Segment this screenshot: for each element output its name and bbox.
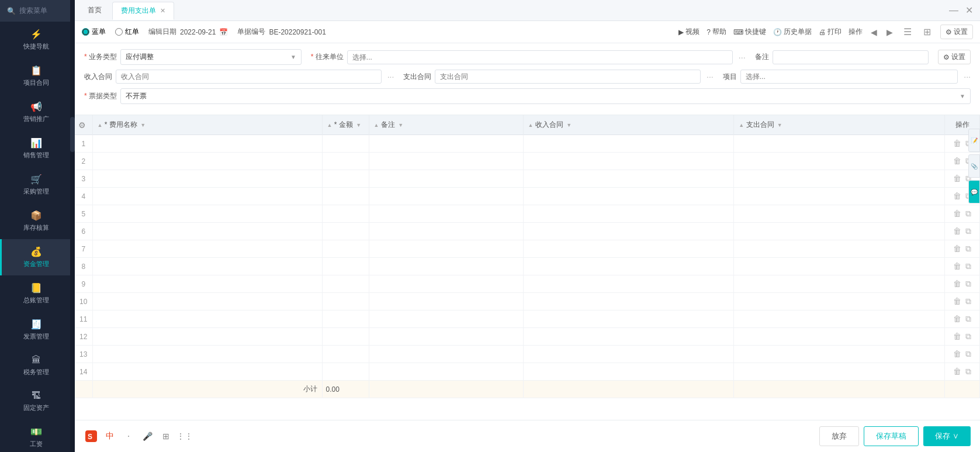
cell-income-contract[interactable] [523,135,734,153]
footer-mic-icon[interactable]: 🎤 [140,429,154,443]
cell-income-contract[interactable] [523,153,734,170]
cell-expense-contract[interactable] [734,188,945,205]
cell-amount[interactable] [322,310,369,328]
counterpart-more-icon[interactable]: ··· [739,53,746,62]
cell-expense-name[interactable] [92,223,322,240]
cell-income-contract[interactable] [523,293,734,310]
cell-expense-contract[interactable] [734,135,945,153]
cell-note[interactable] [369,363,523,381]
invoice-type-select[interactable]: 不开票 ▼ [120,88,971,104]
cell-expense-contract[interactable] [734,363,945,381]
amount-sort-up-icon[interactable]: ▲ [327,122,333,128]
project-input[interactable] [740,70,958,84]
cell-amount[interactable] [322,205,369,223]
cell-expense-name[interactable] [92,293,322,310]
cell-amount[interactable] [322,328,369,346]
cell-income-contract[interactable] [523,205,734,223]
footer-table-icon[interactable]: ⊞ [159,429,173,443]
cell-expense-name[interactable] [92,346,322,363]
note-input[interactable] [773,50,929,64]
sidebar-item-tax[interactable]: 🏛 税务管理 [0,348,70,384]
cell-note[interactable] [369,223,523,240]
cell-expense-contract[interactable] [734,346,945,363]
table-gear-icon[interactable]: ⚙ [78,120,86,130]
note-sort-down-icon[interactable]: ▼ [398,122,403,128]
delete-row-icon[interactable]: 🗑 [953,156,961,165]
copy-row-icon[interactable]: ⧉ [965,332,971,341]
nav-next-icon[interactable]: ▶ [885,27,894,37]
cell-amount[interactable] [322,153,369,170]
shortcut-button[interactable]: ⌨ 快捷键 [733,27,766,37]
expense-sort-up-icon[interactable]: ▲ [739,122,744,128]
cell-income-contract[interactable] [523,170,734,188]
cell-note[interactable] [369,153,523,170]
cell-expense-name[interactable] [92,275,322,293]
window-close-button[interactable]: ✕ [963,5,975,16]
delete-row-icon[interactable]: 🗑 [953,174,961,183]
income-contract-input[interactable] [116,70,382,84]
cell-expense-name[interactable] [92,170,322,188]
cell-amount[interactable] [322,223,369,240]
edge-tab-msg[interactable]: 💬 [968,180,980,203]
copy-row-icon[interactable]: ⧉ [965,314,971,323]
cell-expense-contract[interactable] [734,310,945,328]
expense-contract-input[interactable] [435,70,701,84]
delete-row-icon[interactable]: 🗑 [953,279,961,288]
sidebar-item-project-contract[interactable]: 📋 项目合同 [0,58,70,94]
copy-row-icon[interactable]: ⧉ [965,279,971,288]
footer-zhong-icon[interactable]: 中 [103,429,117,443]
income-sort-down-icon[interactable]: ▼ [566,122,572,128]
cell-income-contract[interactable] [523,223,734,240]
copy-row-icon[interactable]: ⧉ [965,261,971,271]
sidebar-item-payroll[interactable]: 💵 工资 [0,419,70,452]
cell-note[interactable] [369,293,523,310]
history-button[interactable]: 🕐 历史单据 [773,27,812,37]
delete-row-icon[interactable]: 🗑 [953,261,961,271]
cell-note[interactable] [369,258,523,275]
delete-row-icon[interactable]: 🗑 [953,367,961,376]
cell-expense-contract[interactable] [734,205,945,223]
cell-expense-name[interactable] [92,153,322,170]
sidebar-item-capital[interactable]: 💰 资金管理 [0,239,70,275]
th-gear[interactable]: ⚙ [75,115,92,135]
window-minimize-button[interactable]: — [947,5,961,16]
cell-amount[interactable] [322,275,369,293]
sidebar-search[interactable]: 🔍 搜索菜单 [0,0,70,22]
cell-income-contract[interactable] [523,240,734,258]
cell-expense-name[interactable] [92,135,322,153]
delete-row-icon[interactable]: 🗑 [953,191,961,201]
radio-red-input[interactable] [115,28,123,36]
tab-close-icon[interactable]: ✕ [160,7,165,14]
cell-income-contract[interactable] [523,188,734,205]
delete-row-icon[interactable]: 🗑 [953,244,961,253]
note-sort-up-icon[interactable]: ▲ [374,122,379,128]
list-view-button[interactable]: ☰ [901,26,914,37]
cell-expense-name[interactable] [92,205,322,223]
cell-amount[interactable] [322,170,369,188]
copy-row-icon[interactable]: ⧉ [965,349,971,358]
cell-note[interactable] [369,205,523,223]
cell-amount[interactable] [322,240,369,258]
delete-row-icon[interactable]: 🗑 [953,349,961,358]
cell-expense-contract[interactable] [734,293,945,310]
help-button[interactable]: ? 帮助 [707,27,726,37]
sidebar-scrollbar[interactable] [70,0,75,452]
income-sort-up-icon[interactable]: ▲ [528,122,534,128]
expense-contract-more-icon[interactable]: ··· [707,72,714,81]
nav-prev-icon[interactable]: ◀ [870,27,878,37]
ops-button[interactable]: 操作 [849,27,863,37]
cell-note[interactable] [369,135,523,153]
sidebar-item-purchase[interactable]: 🛒 采购管理 [0,167,70,203]
sidebar-item-inventory[interactable]: 📦 库存核算 [0,203,70,239]
cell-expense-name[interactable] [92,188,322,205]
copy-row-icon[interactable]: ⧉ [965,367,971,376]
cell-amount[interactable] [322,363,369,381]
cell-income-contract[interactable] [523,363,734,381]
sidebar-item-invoice[interactable]: 🧾 发票管理 [0,312,70,348]
cell-income-contract[interactable] [523,328,734,346]
sidebar-item-fixed-assets[interactable]: 🏗 固定资产 [0,384,70,419]
cell-expense-name[interactable] [92,258,322,275]
cell-income-contract[interactable] [523,310,734,328]
project-more-icon[interactable]: ··· [964,72,971,81]
settings-button[interactable]: ⚙ 设置 [940,25,973,39]
